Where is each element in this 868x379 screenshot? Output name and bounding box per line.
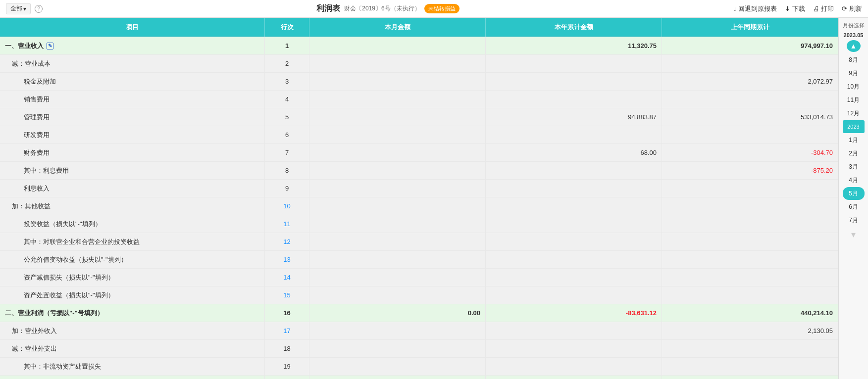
last-year-cell: -304.70 [662, 144, 838, 161]
refresh-button[interactable]: ⟳ 刷新 [842, 4, 862, 13]
download-button[interactable]: ⬇ 下载 [785, 4, 805, 13]
row-number-cell: 9 [265, 180, 309, 197]
row-number-cell: 6 [265, 126, 309, 143]
profit-table: 项目 行次 本月金额 本年累计金额 上年同期累计 一、营业收入✎111,320.… [0, 18, 838, 379]
row-number-cell: 15 [265, 286, 309, 304]
table-header: 项目 行次 本月金额 本年累计金额 上年同期累计 [0, 18, 838, 37]
month-item[interactable]: 7月 [843, 214, 865, 227]
current-month-cell [309, 180, 486, 197]
last-year-cell: -875.20 [662, 162, 838, 179]
col-item: 项目 [0, 18, 265, 37]
back-button[interactable]: ↓ 回退到原报表 [733, 4, 777, 13]
current-month-cell [309, 197, 486, 215]
row-number-cell: 12 [265, 233, 309, 250]
filter-dropdown[interactable]: 全部 ▾ [6, 3, 31, 14]
current-month-cell [309, 126, 486, 143]
item-cell: 加：营业外收入 [0, 322, 265, 339]
table-row: 其中：非流动资产处置损失19 [0, 358, 838, 376]
month-down-icon[interactable]: ▾ [851, 229, 856, 240]
table-row: 研发费用6 [0, 126, 838, 144]
month-item[interactable]: 10月 [843, 80, 865, 93]
edit-icon[interactable]: ✎ [47, 43, 53, 49]
month-item[interactable]: 4月 [843, 174, 865, 187]
month-item[interactable]: 12月 [843, 107, 865, 120]
current-year-cell: 68.00 [486, 144, 662, 161]
month-list: 8月9月10月11月12月20231月2月3月4月5月6月7月 [843, 53, 865, 227]
month-item[interactable]: 3月 [843, 160, 865, 173]
row-number-cell: 4 [265, 91, 309, 108]
current-year-cell [486, 358, 662, 375]
month-item[interactable]: 6月 [843, 200, 865, 213]
last-year-cell: 440,214.10 [662, 304, 838, 322]
item-cell: 公允价值变动收益（损失以"-"填列） [0, 251, 265, 268]
current-month-cell [309, 269, 486, 286]
row-number-cell: 13 [265, 251, 309, 268]
last-year-cell: 974,997.10 [662, 37, 838, 54]
row-number-cell: 16 [265, 304, 309, 322]
table-row: 减：营业成本2 [0, 55, 838, 73]
month-item[interactable]: 1月 [843, 134, 865, 146]
last-year-cell [662, 233, 838, 250]
month-item[interactable]: 5月 [843, 187, 865, 200]
current-year-cell: -83,631.12 [486, 304, 662, 322]
last-year-cell [662, 197, 838, 215]
item-cell: 投资收益（损失以"-"填列） [0, 215, 265, 233]
last-year-cell [662, 269, 838, 286]
item-cell: 减：营业外支出 [0, 340, 265, 357]
row-number-cell: 11 [265, 215, 309, 233]
month-item[interactable]: 11月 [843, 94, 865, 106]
row-number-cell: 20 [265, 376, 309, 379]
item-label: 其中：对联营企业和合营企业的投资收益 [24, 237, 140, 246]
current-year-cell [486, 322, 662, 339]
month-item[interactable]: 8月 [843, 53, 865, 66]
header-right: ↓ 回退到原报表 ⬇ 下载 🖨 打印 ⟳ 刷新 [733, 4, 862, 13]
last-year-cell: 2,072.97 [662, 73, 838, 90]
item-label: 减：营业成本 [12, 59, 51, 68]
table-row: 投资收益（损失以"-"填列）11 [0, 215, 838, 233]
row-number-cell: 19 [265, 358, 309, 375]
current-month-cell [309, 358, 486, 375]
month-sidebar: 月份选择 2023.05 ▲ 8月9月10月11月12月20231月2月3月4月… [838, 18, 868, 379]
current-year-cell [486, 91, 662, 108]
table-row: 加：营业外收入172,130.05 [0, 322, 838, 340]
current-year-cell: 11,320.75 [486, 37, 662, 54]
item-cell: 税金及附加 [0, 73, 265, 90]
item-label: 税金及附加 [24, 77, 56, 86]
current-month-cell [309, 251, 486, 268]
current-month-cell [309, 162, 486, 179]
help-icon[interactable]: ? [35, 5, 43, 13]
month-item[interactable]: 2月 [843, 147, 865, 160]
current-month-cell [309, 340, 486, 357]
current-month-cell [309, 322, 486, 339]
item-cell: 利息收入 [0, 180, 265, 197]
table-row: 三、利润总额（亏损总额以"-"号填列）200.00-83,631.12442,3… [0, 376, 838, 379]
main-layout: 项目 行次 本月金额 本年累计金额 上年同期累计 一、营业收入✎111,320.… [0, 18, 868, 379]
col-current-month: 本月金额 [309, 18, 486, 37]
month-item[interactable]: 2023 [843, 120, 865, 133]
row-number-cell: 1 [265, 37, 309, 54]
row-number-cell: 3 [265, 73, 309, 90]
item-cell: 二、营业利润（亏损以"-"号填列） [0, 304, 265, 322]
item-label: 销售费用 [24, 95, 50, 104]
row-number-cell: 10 [265, 197, 309, 215]
table-row: 财务费用768.00-304.70 [0, 144, 838, 162]
item-cell: 三、利润总额（亏损总额以"-"号填列） [0, 376, 265, 379]
month-item[interactable]: 9月 [843, 67, 865, 80]
last-year-cell [662, 251, 838, 268]
month-up-button[interactable]: ▲ [847, 40, 861, 52]
current-month-cell [309, 144, 486, 161]
item-cell: 资产减值损失（损失以"-"填列） [0, 269, 265, 286]
current-year-cell [486, 180, 662, 197]
month-year-label: 2023.05 [844, 31, 864, 39]
table-row: 税金及附加32,072.97 [0, 73, 838, 91]
print-button[interactable]: 🖨 打印 [813, 4, 834, 13]
item-label: 加：其他收益 [12, 202, 51, 211]
row-number-cell: 7 [265, 144, 309, 161]
table-row: 销售费用4 [0, 91, 838, 108]
last-year-cell [662, 126, 838, 143]
current-month-cell [309, 108, 486, 126]
current-year-cell [486, 286, 662, 304]
current-month-cell [309, 233, 486, 250]
row-number-cell: 17 [265, 322, 309, 339]
last-year-cell: 2,130.05 [662, 322, 838, 339]
